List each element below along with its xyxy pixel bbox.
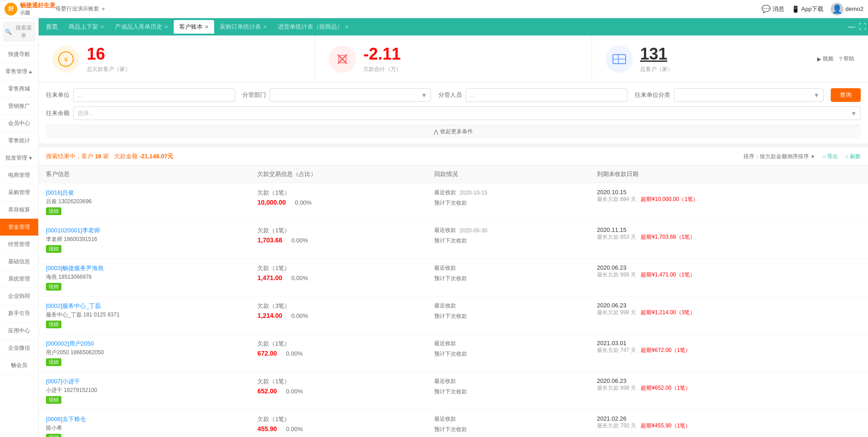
overdue-days: 最长欠款 750 天 超期¥455.90（1笔） bbox=[597, 422, 861, 430]
branch-person-label: 分管人员 bbox=[438, 91, 462, 99]
overdue-amount[interactable]: 超期¥1,703.68（1笔） bbox=[641, 234, 695, 240]
col-overdue-date: 到期未收款日期 bbox=[590, 166, 868, 183]
col-customer-info: 客户信息 bbox=[39, 166, 250, 183]
user-avatar-button[interactable]: 👤 demo2 bbox=[831, 3, 863, 15]
customer-code[interactable]: [0002]服务中心_丁磊 bbox=[46, 302, 243, 310]
branch-person-input[interactable]: ... bbox=[466, 88, 627, 102]
customer-badge: 现销 bbox=[46, 396, 61, 404]
overdue-amount[interactable]: 超期¥1,214.00（3笔） bbox=[641, 309, 695, 316]
refresh-button[interactable]: ○ 刷新 bbox=[845, 153, 861, 161]
sidebar-item-marketing[interactable]: 营销推广 bbox=[0, 98, 38, 115]
customer-code[interactable]: [0003]畅捷服务尹海燕 bbox=[46, 264, 243, 272]
video-button[interactable]: ▶ 视频 bbox=[817, 55, 833, 63]
sidebar-item-quick-nav[interactable]: 快捷导航 bbox=[0, 46, 38, 63]
query-button[interactable]: 查询 bbox=[831, 88, 861, 102]
export-button[interactable]: ○ 导出 bbox=[823, 153, 838, 161]
overdue-amount[interactable]: 超期¥1,471.00（1笔） bbox=[641, 271, 695, 278]
stats-bar: ¥ 16 总欠款客户（家） bbox=[39, 35, 868, 83]
collapse-more-button[interactable]: ⋀ 收起更多条件 bbox=[46, 125, 861, 138]
overdue-amount[interactable]: 超期¥10,000.00（1笔） bbox=[641, 196, 698, 202]
sidebar-item-new-guide[interactable]: 新手引导 bbox=[0, 305, 38, 322]
unit-category-select[interactable]: ▼ bbox=[674, 88, 824, 102]
customer-code[interactable]: [0006]去下粮仓 bbox=[46, 415, 243, 423]
sidebar-item-system[interactable]: 系统管理 bbox=[0, 271, 38, 288]
debt-amount[interactable]: 672.00 bbox=[257, 350, 277, 357]
customer-name: 李老师 18600391516 bbox=[46, 236, 243, 243]
tab-purchase-stats[interactable]: 进货单统计表（按商品） ✕ bbox=[272, 20, 354, 34]
tab-customer-account[interactable]: 客户账本 ✕ bbox=[174, 20, 214, 34]
overdue-cell: 2020.11.15 最长欠款 853 天 超期¥1,703.68（1笔） bbox=[590, 221, 868, 259]
tab-maximize-icon[interactable]: ⛶ bbox=[859, 23, 866, 31]
debt-percent: 0.00% bbox=[295, 199, 312, 206]
filter-source-unit: 往来单位 ... bbox=[46, 88, 235, 102]
latest-recovery-label: 最近收款 bbox=[434, 264, 456, 272]
sidebar-item-app-center[interactable]: 应用中心 bbox=[0, 322, 38, 340]
search-menu-button[interactable]: 🔍 搜索菜单 bbox=[3, 22, 35, 42]
search-icon: 🔍 bbox=[5, 29, 12, 35]
sidebar-item-ecommerce[interactable]: 电商管理 bbox=[0, 167, 38, 184]
tab-minimize-icon[interactable]: — bbox=[848, 23, 855, 31]
overdue-days: 最长欠款 998 天 超期¥1,214.00（3笔） bbox=[597, 309, 861, 316]
next-recovery-label: 预计下次收款 bbox=[434, 351, 467, 357]
sidebar-item-member-center[interactable]: 会员中心 bbox=[0, 115, 38, 132]
latest-recovery-label: 最近收款 bbox=[434, 340, 456, 347]
overdue-amount[interactable]: 超期¥455.90（1笔） bbox=[641, 422, 691, 429]
debt-info-cell: 欠款（1笔） 652.00 0.00% bbox=[250, 372, 426, 410]
branch-dept-select[interactable]: ▼ bbox=[270, 88, 431, 102]
total-customers-label: 总客户（家） bbox=[640, 65, 673, 73]
tab-product-history[interactable]: 产成品入库单历史 ✕ bbox=[110, 20, 174, 34]
sidebar-item-enterprise-wechat[interactable]: 企业微信 bbox=[0, 340, 38, 357]
tab-home[interactable]: 首页 bbox=[40, 20, 63, 34]
balance-select[interactable]: 选择... ▼ bbox=[73, 106, 861, 120]
tab-close-icon4[interactable]: ✕ bbox=[263, 24, 267, 30]
branch-dept-label: 分管部门 bbox=[242, 91, 266, 99]
tab-close-icon[interactable]: ✕ bbox=[100, 24, 104, 30]
debt-amount[interactable]: 1,214.00 bbox=[257, 312, 282, 319]
tab-close-icon3[interactable]: ✕ bbox=[205, 24, 209, 30]
messages-button[interactable]: 💬 消息 bbox=[762, 5, 784, 13]
customer-code[interactable]: [0001020001]李老师 bbox=[46, 226, 243, 235]
sidebar-item-batch-mgmt[interactable]: 批发管理 ▼ bbox=[0, 150, 38, 167]
debt-amount[interactable]: 1,703.68 bbox=[257, 236, 282, 244]
next-recovery-label: 预计下次收款 bbox=[434, 237, 467, 244]
overdue-cell: 2020.10.15 最长欠款 884 天 超期¥10,000.00（1笔） bbox=[590, 183, 868, 221]
tab-purchase-order[interactable]: 采购订单统计表 ✕ bbox=[214, 20, 272, 34]
debt-count: 欠款（1笔） bbox=[257, 340, 419, 348]
sidebar-item-capital[interactable]: 资金管理 bbox=[0, 219, 38, 236]
sidebar-item-purchase[interactable]: 采购管理 bbox=[0, 184, 38, 201]
sidebar-item-inventory[interactable]: 库存核算 bbox=[0, 201, 38, 219]
app-download-button[interactable]: 📱 App下载 bbox=[792, 5, 823, 13]
customer-code[interactable]: [0007]小进干 bbox=[46, 377, 243, 386]
stat-card-actions: ▶ 视频 ? 帮助 bbox=[817, 55, 854, 63]
recovery-cell: 最近收款 预计下次收款 bbox=[427, 410, 590, 437]
sidebar-item-basic-info[interactable]: 基础信息 bbox=[0, 253, 38, 271]
sidebar-item-retail-mgmt[interactable]: 零售管理 ▲ bbox=[0, 63, 38, 80]
table-row: [0007]小进干 小进干 18279152100 现销 欠款（1笔） 652.… bbox=[39, 372, 868, 410]
overdue-amount[interactable]: 超期¥652.00（1笔） bbox=[641, 385, 691, 391]
overdue-amount[interactable]: 超期¥672.00（1笔） bbox=[641, 347, 691, 353]
table-row: [0006]去下粮仓 陈小希 现销 欠款（1笔） 455.90 0.00% 最近… bbox=[39, 410, 868, 437]
customer-info-cell: [000002]用户2050 用户2050 18665062050 现销 bbox=[39, 334, 250, 372]
next-recovery-label: 预计下次收款 bbox=[434, 388, 467, 395]
customer-code[interactable]: [0016]吕俊 bbox=[46, 189, 243, 197]
sidebar-item-vip[interactable]: 畅会员 bbox=[0, 357, 38, 374]
tab-close-icon5[interactable]: ✕ bbox=[345, 24, 349, 30]
debt-amount[interactable]: 10,000.00 bbox=[257, 199, 286, 206]
debt-amount[interactable]: 455.90 bbox=[257, 425, 277, 432]
sidebar-item-operation[interactable]: 经营管理 bbox=[0, 236, 38, 253]
recovery-cell: 最近收款 预计下次收款 bbox=[427, 334, 590, 372]
sort-button[interactable]: 排序：按欠款金额倒序排序 ▼ bbox=[743, 153, 815, 161]
stat-card-total-customers: 131 总客户（家） ▶ 视频 ? 帮助 bbox=[592, 35, 868, 82]
customer-code[interactable]: [000002]用户2050 bbox=[46, 340, 243, 348]
tab-close-icon2[interactable]: ✕ bbox=[164, 24, 168, 30]
source-unit-input[interactable]: ... bbox=[73, 88, 235, 102]
tab-product-online[interactable]: 商品上下架 ✕ bbox=[63, 20, 110, 34]
sidebar-item-retail-mall[interactable]: 零售商城 bbox=[0, 80, 38, 98]
app-logo: 好 畅捷通好生意 示颜 bbox=[5, 1, 55, 16]
debt-amount[interactable]: 1,471.00 bbox=[257, 274, 282, 281]
overdue-cell: 2020.06.23 最长欠款 998 天 超期¥652.00（1笔） bbox=[590, 372, 868, 410]
sidebar-item-enterprise-coop[interactable]: 企业协同 bbox=[0, 288, 38, 305]
help-button[interactable]: ? 帮助 bbox=[839, 55, 854, 63]
sidebar-item-retail-stats[interactable]: 零售统计 bbox=[0, 132, 38, 150]
debt-amount[interactable]: 652.00 bbox=[257, 387, 277, 395]
